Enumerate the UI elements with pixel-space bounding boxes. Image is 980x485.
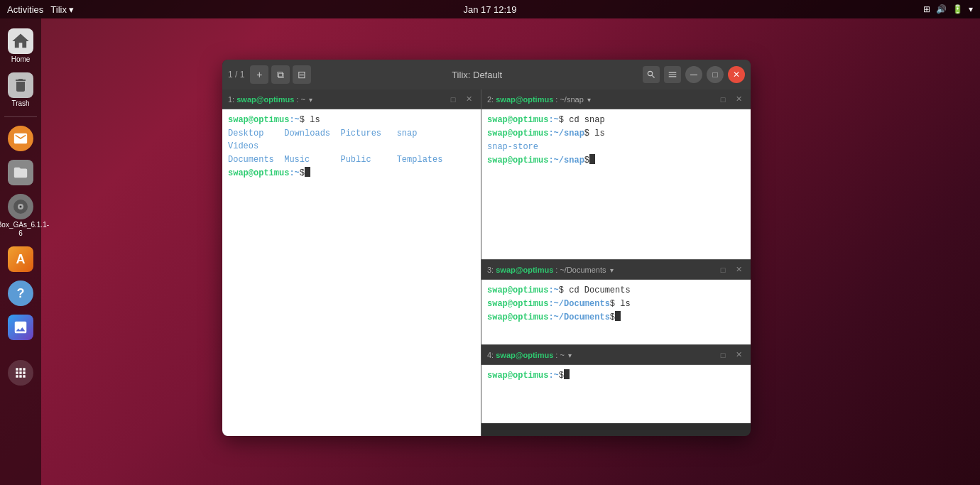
t-path: :~/snap <box>548 127 584 140</box>
panel-1-sep: : ~ <box>296 95 305 104</box>
panel-4-header-btns: □ ✕ <box>717 349 745 361</box>
dock-item-vbox[interactable]: VBox_GAs_6.1.1-6 <box>2 191 39 241</box>
panel-3-chevron[interactable] <box>609 266 614 274</box>
term-line: swap@optimus :~/Documents $ ls <box>487 298 745 310</box>
term-line: swap@optimus :~/snap $ <box>487 154 745 167</box>
panel-2: 2: swap@optimus : ~/snap □ ✕ swap@optimu <box>481 89 751 260</box>
panel-3-sep: : ~/Documents <box>555 266 606 274</box>
panel-3-user: swap@optimus <box>496 266 553 274</box>
t-path: :~/Documents <box>548 311 609 324</box>
term-line: swap@optimus :~/Documents $ <box>487 311 745 324</box>
search-button[interactable] <box>643 66 660 83</box>
panel-1-close-btn[interactable]: ✕ <box>462 93 475 106</box>
dock-item-photos[interactable] <box>2 312 39 343</box>
dock-item-appimage[interactable]: A <box>2 244 39 275</box>
dock-item-home[interactable]: Home <box>2 26 39 67</box>
minimize-button[interactable]: ─ <box>685 66 702 83</box>
dock-item-email[interactable] <box>2 123 39 154</box>
appimage-icon: A <box>8 246 33 272</box>
split-horizontal-button[interactable]: ⊟ <box>293 65 311 84</box>
tilix-window: 1 / 1 + ⧉ ⊟ Tilix: Default ─ <box>222 60 751 436</box>
t-user: swap@optimus <box>487 127 548 140</box>
panel-3-body[interactable]: swap@optimus :~ $ cd Documents swap@opti… <box>481 280 751 344</box>
split-vertical-button[interactable]: ⧉ <box>271 65 290 84</box>
term-line: swap@optimus :~ $ cd Documents <box>487 284 745 297</box>
panel-4-body[interactable]: swap@optimus :~ $ <box>481 365 751 423</box>
dock-label-trash: Trash <box>11 99 29 108</box>
home-icon <box>8 28 33 54</box>
panel-2-body[interactable]: swap@optimus :~ $ cd snap swap@optimus :… <box>481 109 751 259</box>
activities-button[interactable]: Activities <box>7 4 43 15</box>
panel-3: 3: swap@optimus : ~/Documents □ ✕ swap@o <box>481 260 751 345</box>
network-icon: ⊞ <box>923 4 930 14</box>
show-apps-button[interactable] <box>8 360 33 386</box>
panel-3-close-btn[interactable]: ✕ <box>732 263 745 276</box>
t-dir-pictures: Pictures <box>340 127 396 140</box>
panel-right: 2: swap@optimus : ~/snap □ ✕ swap@optimu <box>481 89 751 436</box>
term-line: swap@optimus :~ $ ls <box>228 114 475 126</box>
panel-1-body[interactable]: swap@optimus :~ $ ls Desktop Downloads P… <box>222 109 481 436</box>
panel-3-header: 3: swap@optimus : ~/Documents □ ✕ <box>481 260 751 280</box>
panel-4: 4: swap@optimus : ~ □ ✕ swap@optimus <box>481 345 751 423</box>
tilix-app-menu[interactable]: Tilix ▾ <box>50 4 74 15</box>
title-bar: 1 / 1 + ⧉ ⊟ Tilix: Default ─ <box>222 60 751 89</box>
t-path: :~ <box>289 114 299 126</box>
t-prompt: $ <box>584 154 589 167</box>
term-line: swap@optimus :~ $ cd snap <box>487 114 745 126</box>
svg-point-2 <box>20 206 22 208</box>
add-terminal-button[interactable]: + <box>250 65 268 84</box>
maximize-button[interactable]: □ <box>707 66 724 83</box>
close-button[interactable]: ✕ <box>728 66 745 83</box>
system-bar: Activities Tilix ▾ Jan 17 12:19 ⊞ 🔊 🔋 ▾ <box>0 0 980 18</box>
panel-4-close-btn[interactable]: ✕ <box>732 349 745 361</box>
panel-2-close-btn[interactable]: ✕ <box>732 93 745 106</box>
panel-4-id: 4: <box>487 351 496 359</box>
dock-label-home: Home <box>11 55 31 64</box>
panel-3-header-btns: □ ✕ <box>717 263 745 276</box>
t-prompt: $ <box>559 369 564 382</box>
term-line: Documents Music Public Templates <box>228 153 475 166</box>
tilix-menu-chevron: ▾ <box>69 4 74 15</box>
dock-item-help[interactable]: ? <box>2 278 39 309</box>
dock-label-vbox: VBox_GAs_6.1.1-6 <box>0 221 49 238</box>
panel-3-id: 3: <box>487 266 496 274</box>
t-dir-snap: snap <box>397 127 453 140</box>
panel-1-chevron[interactable] <box>307 95 312 104</box>
desktop: Home Trash <box>0 18 980 485</box>
panel-3-maximize-btn[interactable]: □ <box>717 263 729 276</box>
dock-item-files[interactable] <box>2 157 39 188</box>
photos-icon <box>8 315 33 340</box>
t-user: swap@optimus <box>487 311 548 324</box>
panel-4-maximize-btn[interactable]: □ <box>717 349 729 361</box>
system-menu-arrow[interactable]: ▾ <box>969 4 973 14</box>
help-icon: ? <box>8 280 33 306</box>
t-path: :~ <box>548 284 558 297</box>
panel-1-header-btns: □ ✕ <box>447 93 475 106</box>
t-dir-music: Music <box>284 153 340 166</box>
hamburger-menu-button[interactable] <box>664 66 681 83</box>
t-cursor <box>589 154 595 164</box>
term-line: swap@optimus :~ $ <box>228 167 475 180</box>
panel-2-title: 2: swap@optimus : ~/snap <box>487 95 717 104</box>
terminal-content: 1: swap@optimus : ~ □ ✕ swap@optimus :~ <box>222 89 751 436</box>
panel-2-id: 2: <box>487 95 496 104</box>
t-prompt: $ ls <box>610 298 631 310</box>
panel-2-sep: : ~/snap <box>555 95 583 104</box>
t-path: :~/snap <box>548 154 584 167</box>
t-user: swap@optimus <box>228 167 289 180</box>
panel-1: 1: swap@optimus : ~ □ ✕ swap@optimus :~ <box>222 89 481 436</box>
t-user: swap@optimus <box>228 114 289 126</box>
panel-2-maximize-btn[interactable]: □ <box>717 93 729 106</box>
dock-item-trash[interactable]: Trash <box>2 70 39 111</box>
panel-2-chevron[interactable] <box>586 95 591 104</box>
panel-4-chevron[interactable] <box>567 351 572 359</box>
trash-icon <box>8 72 33 98</box>
t-dir-downloads: Downloads <box>284 127 340 140</box>
files-icon <box>8 160 33 185</box>
dock: Home Trash <box>0 18 41 485</box>
t-user: swap@optimus <box>487 114 548 126</box>
t-prompt: $ <box>610 311 615 324</box>
panel-1-maximize-btn[interactable]: □ <box>447 93 459 106</box>
term-line: Desktop Downloads Pictures snap Videos <box>228 127 475 153</box>
t-user: swap@optimus <box>487 154 548 167</box>
